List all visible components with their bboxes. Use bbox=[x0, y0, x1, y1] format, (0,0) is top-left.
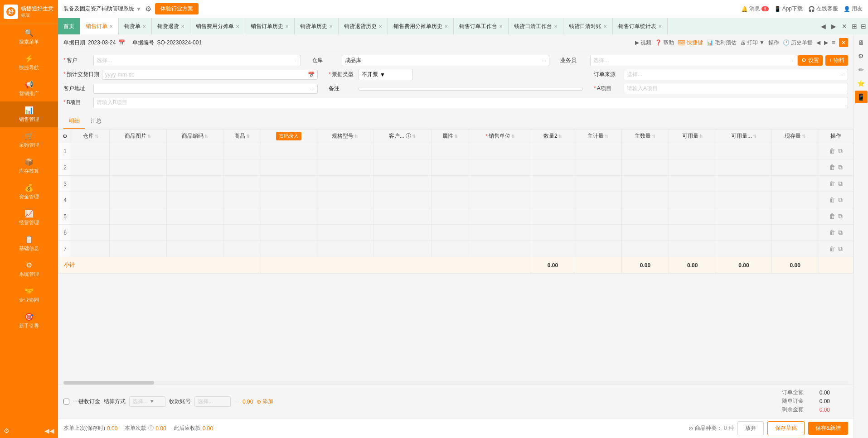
col-customer-code[interactable]: 客户... ⓘ⇅ bbox=[373, 130, 432, 143]
delete-icon[interactable]: 🗑 bbox=[829, 212, 835, 220]
right-panel-star-icon[interactable]: ⭐ bbox=[855, 77, 868, 90]
row-code[interactable] bbox=[166, 159, 223, 176]
customer-input[interactable]: 选择... ··· bbox=[93, 55, 301, 66]
address-input[interactable]: ··· bbox=[93, 84, 318, 94]
invoice-select[interactable]: 不开票 ▼ bbox=[359, 69, 413, 80]
settings-bottom-icon[interactable]: ⚙ bbox=[4, 427, 10, 434]
row-unit[interactable] bbox=[469, 143, 531, 159]
salesperson-input[interactable]: 选择... ··· bbox=[590, 55, 798, 66]
row-unit[interactable] bbox=[469, 159, 531, 176]
col-stock[interactable]: 现存量⇅ bbox=[771, 130, 819, 143]
row-image[interactable] bbox=[110, 241, 167, 257]
row-stock[interactable] bbox=[771, 208, 819, 225]
add-material-button[interactable]: + 物料 bbox=[825, 55, 848, 66]
row-warehouse[interactable] bbox=[72, 208, 110, 225]
row-available2[interactable] bbox=[716, 143, 771, 159]
row-image[interactable] bbox=[110, 176, 167, 192]
row-spec[interactable] bbox=[316, 159, 373, 176]
row-qty2[interactable] bbox=[531, 176, 574, 192]
col-warehouse[interactable]: 仓库⇅ bbox=[72, 130, 110, 143]
tab-close-icon[interactable]: ✕ bbox=[554, 24, 558, 29]
row-available[interactable] bbox=[669, 143, 716, 159]
row-warehouse[interactable] bbox=[72, 159, 110, 176]
col-unit[interactable]: *销售单位⇅ bbox=[469, 130, 531, 143]
row-product[interactable] bbox=[223, 208, 261, 225]
row-unit[interactable] bbox=[469, 192, 531, 208]
row-qty2[interactable] bbox=[531, 159, 574, 176]
row-available[interactable] bbox=[669, 176, 716, 192]
row-main-unit[interactable] bbox=[574, 225, 621, 241]
row-available2[interactable] bbox=[716, 225, 771, 241]
row-product[interactable] bbox=[223, 143, 261, 159]
row-warehouse[interactable] bbox=[72, 241, 110, 257]
row-available[interactable] bbox=[669, 192, 716, 208]
row-code[interactable] bbox=[166, 143, 223, 159]
row-attr[interactable] bbox=[431, 208, 469, 225]
right-panel-settings-icon[interactable]: ⚙ bbox=[855, 50, 868, 63]
row-qty2[interactable] bbox=[531, 241, 574, 257]
row-product[interactable] bbox=[223, 159, 261, 176]
row-spec[interactable] bbox=[316, 225, 373, 241]
sidebar-item-finance[interactable]: 💰 资金管理 bbox=[0, 179, 58, 205]
row-main-unit[interactable] bbox=[574, 241, 621, 257]
row-customer-code[interactable] bbox=[373, 176, 432, 192]
add-payment-button[interactable]: ⊕ 添加 bbox=[257, 398, 273, 405]
row-spec[interactable] bbox=[316, 192, 373, 208]
row-stock[interactable] bbox=[771, 225, 819, 241]
row-product[interactable] bbox=[223, 225, 261, 241]
row-image[interactable] bbox=[110, 159, 167, 176]
tab-close-icon[interactable]: ✕ bbox=[236, 24, 239, 29]
row-warehouse[interactable] bbox=[72, 176, 110, 192]
row-available2[interactable] bbox=[716, 176, 771, 192]
tab-order-workbench[interactable]: 销售订单工作台 ✕ bbox=[454, 18, 509, 34]
tab-close-icon[interactable]: ✕ bbox=[329, 24, 333, 29]
tab-daily-clear-workbench[interactable]: 钱货日清工作台 ✕ bbox=[509, 18, 563, 34]
history-button[interactable]: 🕐 历史单据 bbox=[783, 39, 813, 47]
row-code[interactable] bbox=[166, 192, 223, 208]
sidebar-item-system[interactable]: ⚙ 系统管理 bbox=[0, 256, 58, 282]
row-spec[interactable] bbox=[316, 208, 373, 225]
row-main-qty[interactable] bbox=[621, 159, 669, 176]
row-unit[interactable] bbox=[469, 225, 531, 241]
row-available[interactable] bbox=[669, 241, 716, 257]
print-button[interactable]: 🖨 打印 ▼ bbox=[740, 39, 765, 47]
row-stock[interactable] bbox=[771, 192, 819, 208]
delete-icon[interactable]: 🗑 bbox=[829, 229, 835, 236]
view-button[interactable]: ▶ 视频 bbox=[635, 39, 651, 47]
tab-sales-return[interactable]: 销货退货 ✕ bbox=[152, 18, 190, 34]
row-image[interactable] bbox=[110, 192, 167, 208]
row-customer-code[interactable] bbox=[373, 208, 432, 225]
profit-button[interactable]: 📊 毛利预估 bbox=[707, 39, 737, 47]
tab-close-icon[interactable]: ✕ bbox=[285, 24, 289, 29]
save-button[interactable]: 保存&新增 bbox=[808, 422, 848, 435]
tab-close-icon[interactable]: ✕ bbox=[142, 24, 146, 29]
row-unit[interactable] bbox=[469, 208, 531, 225]
delete-icon[interactable]: 🗑 bbox=[829, 245, 835, 253]
row-image[interactable] bbox=[110, 208, 167, 225]
row-attr[interactable] bbox=[431, 225, 469, 241]
tab-close-icon[interactable]: ✕ bbox=[444, 24, 448, 29]
row-available2[interactable] bbox=[716, 192, 771, 208]
row-image[interactable] bbox=[110, 225, 167, 241]
col-settings[interactable]: ⚙ bbox=[58, 130, 72, 143]
nav-next-icon[interactable]: ▶ bbox=[824, 39, 828, 46]
row-warehouse[interactable] bbox=[72, 225, 110, 241]
row-warehouse[interactable] bbox=[72, 192, 110, 208]
row-main-qty[interactable] bbox=[621, 176, 669, 192]
tab-summary[interactable]: 汇总 bbox=[85, 115, 107, 129]
row-stock[interactable] bbox=[771, 176, 819, 192]
copy-icon[interactable]: ⧉ bbox=[838, 229, 843, 236]
row-main-unit[interactable] bbox=[574, 159, 621, 176]
row-unit[interactable] bbox=[469, 176, 531, 192]
col-code[interactable]: 商品编码⇅ bbox=[166, 130, 223, 143]
tab-close-icon[interactable]: ✕ bbox=[603, 24, 607, 29]
row-main-unit[interactable] bbox=[574, 192, 621, 208]
row-code[interactable] bbox=[166, 176, 223, 192]
col-main-unit[interactable]: 主计量⇅ bbox=[574, 130, 621, 143]
scrollbar-thumb[interactable] bbox=[63, 381, 154, 385]
tab-close-icon[interactable]: ✕ bbox=[658, 24, 662, 29]
shortcut-button[interactable]: ⌨ 快捷键 bbox=[678, 39, 703, 47]
tab-return-history[interactable]: 销货退货历史 ✕ bbox=[339, 18, 388, 34]
row-available2[interactable] bbox=[716, 241, 771, 257]
nav-prev-icon[interactable]: ◀ bbox=[816, 39, 820, 46]
